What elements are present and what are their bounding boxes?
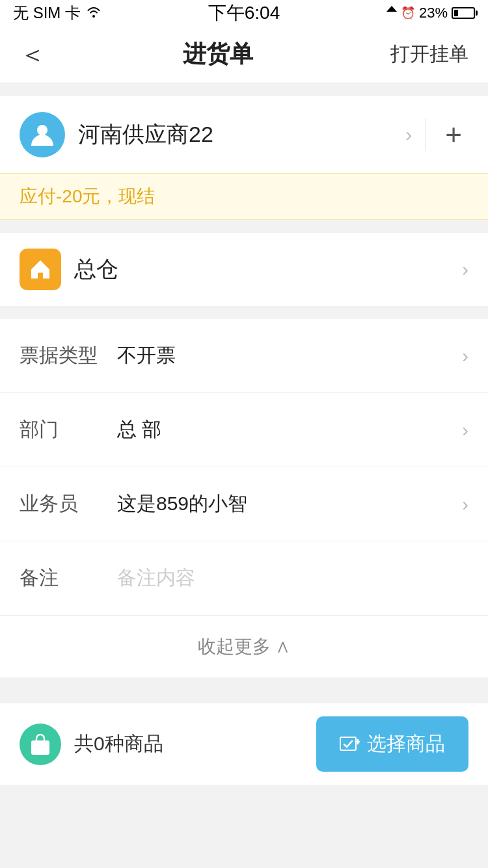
battery-icon <box>452 7 475 19</box>
supplier-name: 河南供应商22 <box>78 120 405 150</box>
supplier-chevron-icon: › <box>405 124 412 146</box>
svg-rect-1 <box>31 740 49 755</box>
collapse-label: 收起更多 ∧ <box>198 634 291 659</box>
product-icon-wrap <box>20 724 61 765</box>
add-supplier-button[interactable]: + <box>439 118 468 151</box>
dept-chevron-icon: › <box>462 419 468 441</box>
staff-row[interactable]: 业务员 这是859的小智 › <box>0 467 488 541</box>
warehouse-chevron-icon: › <box>462 258 468 280</box>
collapse-button[interactable]: 收起更多 ∧ <box>0 616 488 677</box>
status-bar: 无 SIM 卡 下午6:04 ⏰ 23% <box>0 0 488 26</box>
supplier-avatar <box>20 112 65 157</box>
status-right: ⏰ 23% <box>386 5 475 21</box>
supplier-divider <box>425 118 426 151</box>
supplier-row[interactable]: 河南供应商22 › + <box>0 96 488 173</box>
warehouse-section: 总仓 › <box>0 233 488 306</box>
remark-input[interactable]: 备注内容 <box>104 565 468 591</box>
form-section: 票据类型 不开票 › 部门 总 部 › 业务员 这是859的小智 › 备注 备注… <box>0 319 488 677</box>
status-left: 无 SIM 卡 <box>13 3 102 23</box>
back-button[interactable]: ＜ <box>20 36 46 72</box>
open-pending-button[interactable]: 打开挂单 <box>390 41 468 68</box>
page-background <box>0 785 488 868</box>
staff-chevron-icon: › <box>462 493 468 515</box>
nav-bar: ＜ 进货单 打开挂单 <box>0 26 488 83</box>
section-gap-3 <box>0 306 488 319</box>
bottom-bar: 共0种商品 选择商品 <box>0 703 488 785</box>
invoice-value: 不开票 <box>104 342 462 369</box>
svg-rect-2 <box>340 737 356 750</box>
staff-label: 业务员 <box>20 491 104 517</box>
section-gap-4 <box>0 677 488 690</box>
battery-percent: 23% <box>419 5 448 21</box>
section-gap-2 <box>0 220 488 233</box>
section-gap-1 <box>0 83 488 96</box>
warehouse-name: 总仓 <box>74 254 462 284</box>
remark-label: 备注 <box>20 565 104 591</box>
dept-row[interactable]: 部门 总 部 › <box>0 393 488 467</box>
dept-value: 总 部 <box>104 416 462 443</box>
page-title: 进货单 <box>183 38 253 70</box>
location-icon <box>386 5 397 21</box>
alarm-icon: ⏰ <box>401 6 415 20</box>
invoice-chevron-icon: › <box>462 345 468 367</box>
warehouse-icon <box>20 249 61 290</box>
svg-point-0 <box>37 125 47 135</box>
select-product-button[interactable]: 选择商品 <box>316 716 468 772</box>
carrier-label: 无 SIM 卡 <box>13 3 81 23</box>
warehouse-row[interactable]: 总仓 › <box>0 233 488 306</box>
supplier-alert: 应付-20元，现结 <box>0 173 488 220</box>
product-count-label: 共0种商品 <box>74 731 316 757</box>
wifi-icon <box>86 6 102 21</box>
select-product-label: 选择商品 <box>367 731 445 757</box>
remark-row[interactable]: 备注 备注内容 <box>0 541 488 616</box>
staff-value: 这是859的小智 <box>104 491 462 517</box>
dept-label: 部门 <box>20 416 104 443</box>
invoice-type-row[interactable]: 票据类型 不开票 › <box>0 319 488 393</box>
time-label: 下午6:04 <box>208 1 280 25</box>
supplier-section: 河南供应商22 › + 应付-20元，现结 <box>0 96 488 220</box>
invoice-label: 票据类型 <box>20 342 104 369</box>
